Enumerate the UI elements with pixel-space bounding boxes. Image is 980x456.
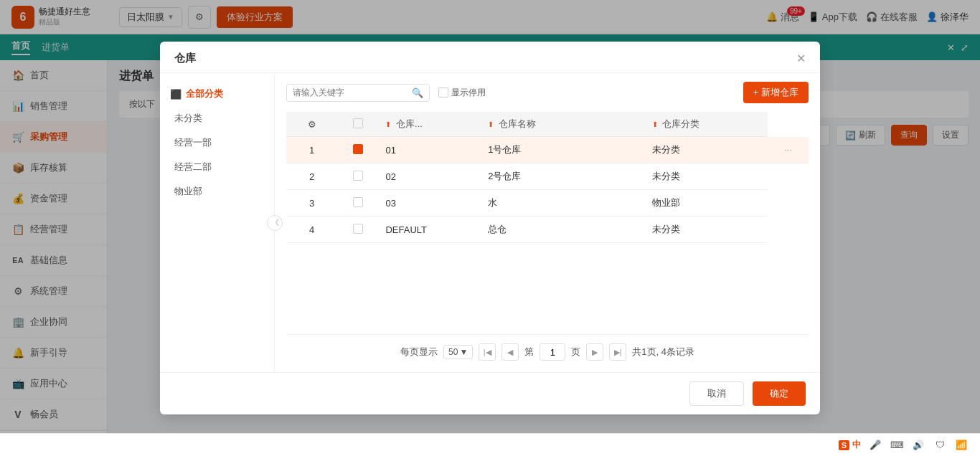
modal-footer: 取消 确定 bbox=[160, 372, 820, 414]
modal-all-categories[interactable]: ⬛ 全部分类 bbox=[160, 82, 274, 106]
col-header-check bbox=[337, 112, 378, 137]
table-row[interactable]: 3 03 水 物业部 bbox=[286, 190, 809, 217]
row-name: 总仓 bbox=[481, 217, 644, 243]
row-name: 1号仓库 bbox=[481, 137, 644, 163]
network-icon: 📶 bbox=[954, 438, 969, 452]
table-body: 1 01 1号仓库 未分类 ··· 2 bbox=[286, 137, 809, 243]
col-header-category: ⬆ 仓库分类 bbox=[645, 112, 768, 137]
grid-icon: ⬛ bbox=[170, 89, 182, 100]
row-checkbox[interactable] bbox=[353, 171, 363, 181]
row-checkbox[interactable] bbox=[353, 144, 363, 154]
sort-icon: ⬆ bbox=[385, 120, 391, 128]
prev-page-button[interactable]: ◀ bbox=[501, 343, 519, 361]
search-input[interactable] bbox=[293, 87, 412, 98]
row-code: 02 bbox=[378, 163, 481, 190]
col-header-gear: ⚙ bbox=[286, 112, 337, 137]
sort-icon3: ⬆ bbox=[652, 120, 658, 128]
cancel-button[interactable]: 取消 bbox=[689, 381, 744, 406]
modal-main-panel: 🔍 显示停用 + 新增仓库 ⚙ bbox=[275, 73, 820, 372]
add-warehouse-button[interactable]: + 新增仓库 bbox=[743, 82, 809, 103]
page-label: 页 bbox=[571, 346, 580, 358]
row-code: 01 bbox=[378, 137, 481, 163]
table-row[interactable]: 1 01 1号仓库 未分类 ··· bbox=[286, 137, 809, 163]
page-size-label: 每页显示 bbox=[400, 346, 438, 358]
search-input-wrap[interactable]: 🔍 bbox=[286, 84, 430, 102]
col-header-code: ⬆ 仓库... bbox=[378, 112, 481, 137]
speaker-status-icon[interactable]: 🔊 bbox=[911, 438, 925, 452]
row-checkbox[interactable] bbox=[353, 197, 363, 207]
col-header-name: ⬆ 仓库名称 bbox=[481, 112, 644, 137]
last-page-button[interactable]: ▶| bbox=[609, 343, 626, 361]
row-num: 4 bbox=[286, 217, 337, 243]
modal-category-panel: ⬛ 全部分类 未分类 经营一部 经营二部 物业部 《 bbox=[160, 73, 275, 372]
confirm-button[interactable]: 确定 bbox=[753, 381, 806, 406]
warehouse-modal: 仓库 ✕ ⬛ 全部分类 未分类 经营一部 经营二部 物业部 《 bbox=[160, 42, 820, 414]
modal-title: 仓库 bbox=[174, 52, 196, 65]
table-row[interactable]: 4 DEFAULT 总仓 未分类 bbox=[286, 217, 809, 243]
row-num: 3 bbox=[286, 190, 337, 217]
page-size-arrow: ▼ bbox=[459, 347, 468, 357]
status-bar: S 中 🎤 ⌨ 🔊 🛡 📶 bbox=[0, 433, 980, 456]
search-icon: 🔍 bbox=[412, 87, 423, 98]
row-check[interactable] bbox=[337, 217, 378, 243]
row-more[interactable]: ··· bbox=[768, 137, 809, 163]
modal-close-button[interactable]: ✕ bbox=[796, 52, 806, 65]
row-num: 2 bbox=[286, 163, 337, 190]
row-code: DEFAULT bbox=[378, 217, 481, 243]
row-check[interactable] bbox=[337, 137, 378, 163]
row-num: 1 bbox=[286, 137, 337, 163]
show-disabled-toggle[interactable]: 显示停用 bbox=[438, 87, 486, 99]
modal-search-area: 🔍 显示停用 bbox=[286, 84, 486, 102]
modal-cat-ops2[interactable]: 经营二部 bbox=[160, 155, 274, 179]
sort-icon2: ⬆ bbox=[488, 120, 494, 128]
mic-icon[interactable]: 🎤 bbox=[868, 438, 882, 452]
row-category: 未分类 bbox=[645, 217, 768, 243]
row-name: 2号仓库 bbox=[481, 163, 644, 190]
modal-cat-property[interactable]: 物业部 bbox=[160, 179, 274, 204]
row-check[interactable] bbox=[337, 190, 378, 217]
modal-cat-ops1[interactable]: 经营一部 bbox=[160, 130, 274, 155]
collapse-icon: 《 bbox=[271, 217, 279, 228]
pagination: 每页显示 50 ▼ |◀ ◀ 第 页 ▶ ▶| 共1页, 4条记录 bbox=[286, 334, 809, 364]
row-category: 未分类 bbox=[645, 163, 768, 190]
next-page-button[interactable]: ▶ bbox=[586, 343, 603, 361]
shield-icon[interactable]: 🛡 bbox=[933, 438, 947, 452]
current-page-input[interactable] bbox=[540, 343, 565, 361]
table-header: ⚙ ⬆ 仓库... ⬆ 仓库名称 bbox=[286, 112, 809, 137]
keyboard-icon[interactable]: ⌨ bbox=[890, 438, 904, 452]
modal-header: 仓库 ✕ bbox=[160, 42, 820, 73]
row-category: 未分类 bbox=[645, 137, 768, 163]
row-code: 03 bbox=[378, 190, 481, 217]
chinese-label: 中 bbox=[852, 439, 861, 451]
collapse-panel-button[interactable]: 《 bbox=[267, 215, 283, 231]
row-checkbox[interactable] bbox=[353, 224, 363, 234]
row-check[interactable] bbox=[337, 163, 378, 190]
modal-body: ⬛ 全部分类 未分类 经营一部 经营二部 物业部 《 🔍 bbox=[160, 73, 820, 372]
row-name: 水 bbox=[481, 190, 644, 217]
first-page-button[interactable]: |◀ bbox=[479, 343, 496, 361]
row-category: 物业部 bbox=[645, 190, 768, 217]
page-number-prefix: 第 bbox=[524, 346, 534, 358]
modal-cat-unclassified[interactable]: 未分类 bbox=[160, 106, 274, 130]
show-disabled-checkbox[interactable] bbox=[438, 87, 448, 98]
page-size-select[interactable]: 50 ▼ bbox=[443, 345, 473, 359]
table-row[interactable]: 2 02 2号仓库 未分类 bbox=[286, 163, 809, 190]
status-logo: S 中 bbox=[839, 439, 861, 451]
brand-icon: S bbox=[839, 440, 849, 450]
select-all-checkbox[interactable] bbox=[353, 118, 363, 128]
warehouse-table: ⚙ ⬆ 仓库... ⬆ 仓库名称 bbox=[286, 112, 809, 243]
modal-toolbar: 🔍 显示停用 + 新增仓库 bbox=[286, 82, 809, 103]
gear-icon: ⚙ bbox=[308, 119, 316, 130]
total-records: 共1页, 4条记录 bbox=[632, 346, 694, 358]
